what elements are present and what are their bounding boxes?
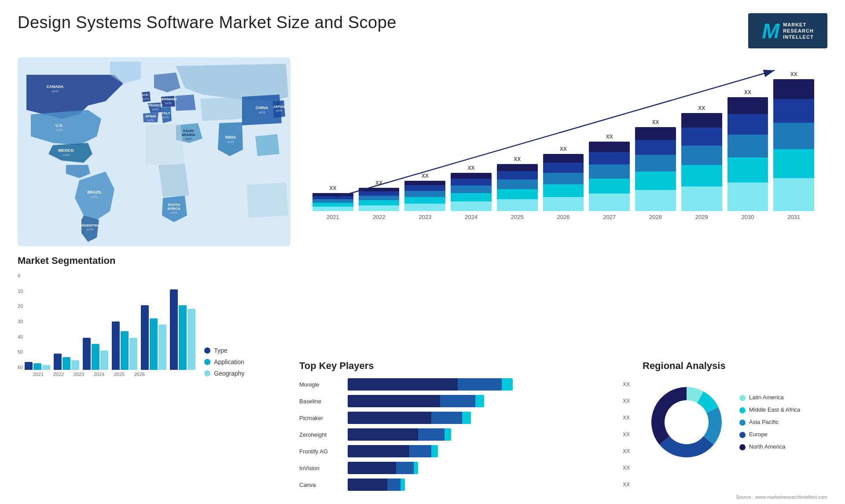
legend-item: Application [204,358,244,365]
growth-x-label: 2023 [404,214,445,220]
svg-text:xx%: xx% [276,109,282,113]
seg-bar[interactable] [121,331,129,370]
player-bar-container [348,428,615,441]
growth-bar-segment [359,196,400,201]
svg-text:GERMANY: GERMANY [159,97,178,101]
seg-bar[interactable] [170,289,178,370]
growth-bar-value: XX [790,71,797,77]
donut-chart [643,378,731,466]
svg-text:xx%: xx% [86,227,93,231]
growth-bar-value: XX [375,180,382,186]
svg-text:xx%: xx% [56,128,62,132]
growth-bar-value: XX [744,89,751,95]
growth-bar-group: XX [359,180,400,211]
player-bar-bg[interactable] [348,462,418,474]
player-bar-segment [431,445,438,457]
growth-bar-stack[interactable] [681,113,722,211]
donut-legend-color [739,407,746,413]
svg-text:xx%: xx% [162,115,169,119]
player-value: XX [623,415,634,421]
player-row: MonigleXX [299,378,634,391]
player-name: Zeroheight [299,431,343,438]
left-panel: CANADA xx% U.S. xx% MEXICO xx% BRAZIL xx… [18,57,290,491]
growth-bar-segment [727,157,768,183]
player-row: BaselineXX [299,395,634,407]
seg-bar[interactable] [179,305,187,370]
player-bar-bg[interactable] [348,412,471,424]
donut-legend-color [739,432,746,438]
svg-text:U.S.: U.S. [55,123,63,128]
growth-bar-stack[interactable] [359,188,400,211]
player-bar-bg[interactable] [348,428,451,441]
seg-bar[interactable] [150,318,158,370]
growth-bar-stack[interactable] [543,154,584,211]
svg-text:INDIA: INDIA [225,135,236,139]
donut-legend-item: Asia Pacific [739,419,800,426]
seg-bar[interactable] [187,309,195,370]
growth-bar-segment [773,123,814,149]
growth-bar-stack[interactable] [635,127,676,211]
svg-text:xx%: xx% [51,89,58,93]
seg-bar[interactable] [71,360,79,370]
player-bar-bg[interactable] [348,478,405,491]
svg-text:MEXICO: MEXICO [58,148,74,153]
player-value: XX [623,482,634,488]
seg-bar[interactable] [92,344,99,370]
seg-bars [25,273,195,370]
seg-bar[interactable] [62,357,70,370]
growth-bar-stack[interactable] [312,193,353,211]
growth-bar-segment [635,190,676,211]
page-title: Design Systems Software Market Size and … [18,13,397,32]
svg-text:xx%: xx% [91,195,98,199]
donut-legend-color [739,395,746,401]
growth-bar-group: XX [589,134,630,211]
player-row: ZeroheightXX [299,428,634,441]
svg-text:CANADA: CANADA [47,84,64,89]
seg-bar[interactable] [54,354,62,370]
donut-container: Latin AmericaMiddle East & AfricaAsia Pa… [643,378,827,466]
growth-bar-stack[interactable] [497,164,538,211]
seg-bar[interactable] [100,351,108,370]
player-bar-segment [348,378,458,391]
logo-text: MARKET RESEARCH INTELLECT [783,22,814,40]
legend-item: Geography [204,370,244,377]
player-bar-bg[interactable] [348,445,438,457]
growth-x-label: 2025 [497,214,538,220]
seg-bar[interactable] [141,305,149,370]
growth-bar-segment [589,152,630,164]
growth-bar-stack[interactable] [727,97,768,211]
seg-chart-inner: 60 50 40 30 20 10 0 [18,273,195,370]
player-row: InVisionXX [299,462,634,474]
growth-bar-segment [727,183,768,211]
seg-bar[interactable] [158,325,166,370]
seg-bar[interactable] [25,362,33,370]
growth-bar-stack[interactable] [589,142,630,211]
seg-bar[interactable] [42,365,50,370]
players-list: MonigleXXBaselineXXPicmakerXXZeroheightX… [299,378,634,491]
seg-x-label: 2022 [50,372,67,377]
legend-label: Application [214,358,244,365]
player-bar-bg[interactable] [348,378,513,391]
logo-letter: M [762,19,779,43]
growth-bar-stack[interactable] [773,79,814,211]
source-text: Source : www.marketresearchintellect.com [736,494,827,500]
logo-line1: MARKET [783,22,814,28]
seg-x-label: 2024 [91,372,107,377]
seg-bar[interactable] [33,363,41,370]
player-bar-segment [462,412,471,424]
seg-bar[interactable] [129,338,137,370]
growth-bar-stack[interactable] [404,181,445,211]
growth-bar-segment [773,99,814,123]
growth-bars-container: XXXXXXXXXXXXXXXXXXXXXX [308,62,819,211]
seg-bar[interactable] [83,338,91,370]
donut-legend-color [739,420,746,426]
growth-x-label: 2031 [773,214,814,220]
growth-bar-value: XX [514,156,521,162]
seg-bar[interactable] [112,321,120,370]
seg-bar-group [25,362,50,370]
growth-bar-value: XX [468,165,475,171]
growth-bar-stack[interactable] [451,173,492,211]
player-bar-bg[interactable] [348,395,484,407]
growth-bar-value: XX [422,173,429,179]
seg-x-label: 2025 [111,372,128,377]
